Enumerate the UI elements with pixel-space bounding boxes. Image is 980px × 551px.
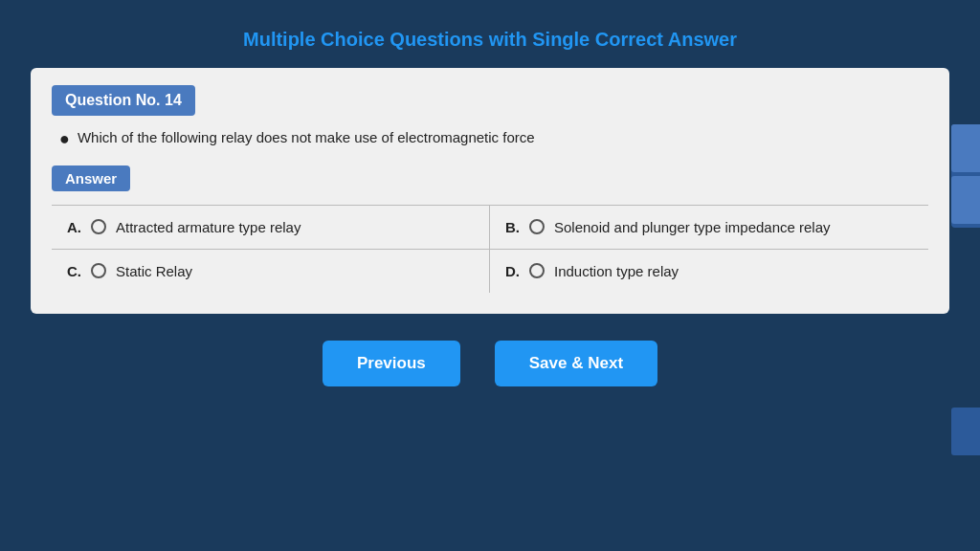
option-a-radio[interactable] (91, 219, 106, 234)
side-tab-item-1 (951, 124, 980, 172)
navigation-buttons: Previous Save & Next (323, 341, 657, 386)
option-b-text: Solenoid and plunger type impedance rela… (554, 219, 831, 235)
option-d-label: D. (505, 263, 520, 279)
save-next-button[interactable]: Save & Next (495, 341, 657, 386)
question-text: ● Which of the following relay does not … (52, 129, 928, 150)
option-a-text: Attracted armature type relay (116, 219, 301, 235)
option-d[interactable]: D. Induction type relay (490, 249, 928, 293)
side-tab-item-2 (951, 176, 980, 224)
answer-label: Answer (52, 165, 130, 191)
option-c-radio[interactable] (91, 263, 106, 278)
option-a[interactable]: A. Attracted armature type relay (52, 206, 490, 249)
question-card: Question No. 14 ● Which of the following… (31, 68, 949, 314)
option-b-radio[interactable] (529, 219, 545, 234)
question-number: Question No. 14 (52, 85, 195, 116)
option-b[interactable]: B. Solenoid and plunger type impedance r… (490, 206, 928, 249)
bullet-icon: ● (59, 129, 70, 150)
page-title: Multiple Choice Questions with Single Co… (0, 29, 980, 51)
option-c[interactable]: C. Static Relay (52, 249, 490, 293)
options-grid: A. Attracted armature type relay B. Sole… (52, 205, 928, 293)
option-a-label: A. (67, 219, 81, 235)
option-c-label: C. (67, 263, 81, 279)
option-d-text: Induction type relay (554, 263, 679, 279)
side-tab-bottom (951, 408, 980, 455)
option-d-radio[interactable] (529, 263, 545, 278)
question-body: Which of the following relay does not ma… (78, 129, 535, 145)
side-tab-bottom-item (951, 408, 980, 455)
previous-button[interactable]: Previous (323, 341, 460, 386)
option-b-label: B. (505, 219, 520, 235)
option-c-text: Static Relay (116, 263, 192, 279)
side-tab-right (951, 124, 980, 228)
